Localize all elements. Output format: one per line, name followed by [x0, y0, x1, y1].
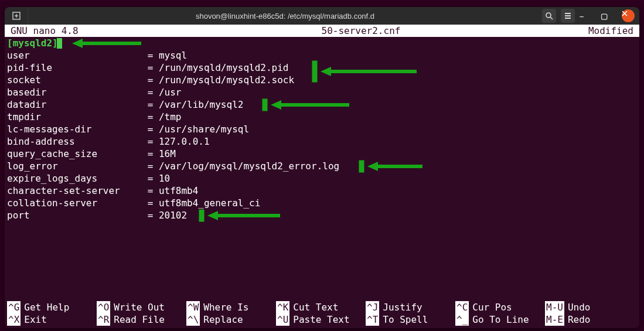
- shortcut-label: Read File: [114, 313, 165, 326]
- config-value: 16M: [159, 148, 176, 159]
- shortcut-key: ^K: [276, 301, 289, 313]
- config-key: socket: [7, 74, 142, 86]
- shortcut-item: ^GGet Help: [7, 301, 97, 313]
- shortcut-key: ^U: [276, 313, 289, 326]
- shortcut-label: Cut Text: [293, 301, 338, 313]
- shortcut-label: Where Is: [203, 301, 248, 313]
- section-header: [mysqld2]: [7, 37, 58, 49]
- shortcut-item: M-ERedo: [545, 313, 635, 326]
- shortcut-key: ^C: [455, 301, 469, 313]
- config-line: port = 20102: [7, 209, 639, 221]
- maximize-button[interactable]: ▢: [601, 12, 617, 21]
- config-value: /usr/share/mysql: [159, 124, 249, 135]
- config-line: bind-address = 127.0.0.1: [7, 135, 639, 148]
- config-value: /usr: [159, 87, 182, 98]
- config-key: bind-address: [7, 135, 142, 148]
- config-value: utf8mb4_general_ci: [159, 197, 260, 209]
- config-line: log_error = /var/log/mysql/mysqld2_error…: [7, 160, 639, 172]
- shortcut-key: M-E: [545, 313, 564, 326]
- editor-area[interactable]: [mysqld2] user = mysqlpid-file = /run/my…: [5, 37, 639, 221]
- config-value: /run/mysqld/mysqld2.pid: [159, 62, 289, 73]
- shortcut-item: ^UPaste Text: [276, 313, 366, 326]
- shortcut-item: ^CCur Pos: [455, 301, 545, 313]
- config-line: expire_logs_days = 10: [7, 172, 639, 185]
- config-key: datadir: [7, 98, 142, 111]
- shortcut-label: Get Help: [24, 301, 69, 313]
- config-value: mysql: [159, 50, 187, 61]
- shortcut-item: M-UUndo: [545, 301, 635, 313]
- shortcut-item: ^OWrite Out: [97, 301, 186, 313]
- config-key: port: [7, 209, 142, 221]
- config-line: datadir = /var/lib/mysql2: [7, 98, 639, 111]
- shortcut-key: ^_: [455, 313, 469, 326]
- shortcut-label: Exit: [24, 313, 47, 326]
- shortcut-item: ^JJustify: [366, 301, 455, 313]
- window-title: shovon@linuxhint-e86c5d: /etc/mysql/mari…: [28, 12, 542, 21]
- config-key: basedir: [7, 86, 142, 98]
- config-line: basedir = /usr: [7, 86, 639, 98]
- shortcut-key: ^J: [366, 301, 379, 313]
- shortcut-item: ^WWhere Is: [186, 301, 276, 313]
- shortcut-label: Redo: [568, 313, 591, 326]
- config-value: 10: [159, 173, 170, 184]
- shortcut-key: ^O: [97, 301, 110, 313]
- config-key: query_cache_size: [7, 148, 142, 160]
- shortcut-key: M-U: [545, 301, 564, 313]
- shortcut-label: To Spell: [383, 313, 428, 326]
- nano-shortcuts: ^GGet Help^OWrite Out^WWhere Is^KCut Tex…: [5, 301, 639, 326]
- menu-button[interactable]: [561, 9, 575, 23]
- shortcut-item: ^RRead File: [97, 313, 186, 326]
- shortcut-item: ^TTo Spell: [366, 313, 455, 326]
- shortcut-key: ^W: [186, 301, 200, 313]
- shortcut-key: ^R: [97, 313, 110, 326]
- config-line: user = mysql: [7, 49, 639, 62]
- nano-header: GNU nano 4.8 50-server2.cnf Modified: [5, 25, 639, 37]
- config-key: log_error: [7, 160, 142, 172]
- config-value: utf8mb4: [159, 185, 198, 196]
- config-key: collation-server: [7, 197, 142, 209]
- nano-app: GNU nano 4.8: [5, 25, 134, 37]
- config-value: /run/mysqld/mysqld2.sock: [159, 74, 294, 86]
- config-line: character-set-server = utf8mb4: [7, 185, 639, 197]
- config-line: pid-file = /run/mysqld/mysqld2.pid: [7, 62, 639, 74]
- config-key: pid-file: [7, 62, 142, 74]
- config-key: tmpdir: [7, 111, 142, 123]
- config-key: lc-messages-dir: [7, 123, 142, 135]
- search-button[interactable]: [542, 9, 556, 23]
- config-value: 127.0.0.1: [159, 136, 210, 147]
- shortcut-label: Replace: [203, 313, 243, 326]
- shortcut-item: ^XExit: [7, 313, 97, 326]
- config-key: user: [7, 49, 142, 62]
- config-value: 20102: [159, 210, 187, 221]
- config-line: lc-messages-dir = /usr/share/mysql: [7, 123, 639, 135]
- close-button[interactable]: [622, 9, 635, 22]
- config-line: query_cache_size = 16M: [7, 148, 639, 160]
- config-key: character-set-server: [7, 185, 142, 197]
- config-value: /var/log/mysql/mysqld2_error.log: [159, 161, 339, 172]
- svg-point-3: [546, 13, 551, 18]
- shortcut-key: ^\: [186, 313, 200, 326]
- shortcut-key: ^G: [7, 301, 21, 313]
- shortcut-label: Write Out: [114, 301, 165, 313]
- titlebar: shovon@linuxhint-e86c5d: /etc/mysql/mari…: [5, 7, 639, 25]
- svg-line-4: [550, 17, 553, 19]
- shortcut-item: ^KCut Text: [276, 301, 366, 313]
- shortcut-label: Go To Line: [472, 313, 529, 326]
- cursor-icon: [57, 38, 62, 49]
- shortcut-label: Justify: [383, 301, 422, 313]
- config-line: collation-server = utf8mb4_general_ci: [7, 197, 639, 209]
- shortcut-label: Cur Pos: [472, 301, 512, 313]
- config-line: tmpdir = /tmp: [7, 111, 639, 123]
- config-value: /var/lib/mysql2: [159, 99, 244, 110]
- nano-filename: 50-server2.cnf: [134, 25, 588, 37]
- minimize-button[interactable]: –: [580, 12, 596, 21]
- shortcut-item: ^\Replace: [186, 313, 276, 326]
- shortcut-key: ^T: [366, 313, 379, 326]
- newtab-button[interactable]: [5, 7, 28, 25]
- shortcut-label: Undo: [568, 301, 591, 313]
- shortcut-label: Paste Text: [293, 313, 349, 326]
- terminal-body[interactable]: GNU nano 4.8 50-server2.cnf Modified [my…: [5, 25, 639, 328]
- shortcut-key: ^X: [7, 313, 21, 326]
- config-line: socket = /run/mysqld/mysqld2.sock: [7, 74, 639, 86]
- nano-status: Modified: [588, 25, 639, 37]
